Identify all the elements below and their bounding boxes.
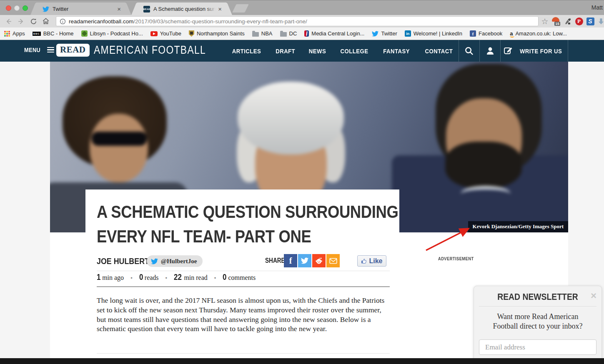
libsyn-icon bbox=[81, 30, 88, 37]
meta-dot: • bbox=[130, 275, 133, 281]
crest-icon bbox=[189, 30, 194, 37]
author-twitter-handle[interactable]: @HulbertJoe bbox=[147, 255, 203, 267]
twitter-favicon-icon bbox=[43, 6, 49, 12]
meta-age-text: min ago bbox=[102, 274, 124, 282]
menu-button[interactable]: MENU bbox=[24, 46, 54, 53]
share-email-button[interactable] bbox=[326, 254, 340, 267]
twitter-icon bbox=[372, 30, 378, 37]
author-name: JOE HULBERT bbox=[97, 256, 149, 266]
reddit-icon bbox=[315, 257, 323, 265]
s-extension-icon[interactable]: S bbox=[586, 17, 595, 26]
divider bbox=[97, 271, 390, 271]
meta-comments-num: 0 bbox=[223, 272, 226, 282]
browser-profile-name: Matt bbox=[591, 4, 603, 11]
user-icon bbox=[485, 46, 495, 56]
read-favicon-icon: READ bbox=[143, 6, 150, 12]
site-logo[interactable]: READ AMERICAN FOOTBALL bbox=[56, 44, 226, 57]
minimize-window-button[interactable] bbox=[14, 5, 20, 11]
meta-age-num: 1 bbox=[97, 272, 100, 282]
facebook-like-button[interactable]: Like bbox=[357, 255, 386, 267]
tab-title: Twitter bbox=[53, 6, 115, 12]
linkedin-icon: in bbox=[405, 30, 411, 37]
new-tab-button[interactable] bbox=[232, 4, 249, 12]
nav-articles[interactable]: ARTICLES bbox=[232, 47, 261, 55]
bookmark-libsyn[interactable]: Libsyn - Podcast Ho... bbox=[81, 30, 143, 37]
share-facebook-button[interactable]: f bbox=[284, 254, 297, 267]
nav-news[interactable]: NEWS bbox=[309, 47, 326, 55]
bookmark-folder-nba[interactable]: NBA bbox=[252, 30, 273, 37]
gauge-icon bbox=[552, 17, 559, 22]
newsletter-email-input[interactable] bbox=[479, 339, 596, 355]
site-header: MENU READ AMERICAN FOOTBALL ARTICLES DRA… bbox=[0, 40, 604, 62]
write-for-us-button[interactable]: WRITE FOR US bbox=[500, 40, 568, 62]
bookmark-facebook[interactable]: f Facebook bbox=[470, 30, 502, 37]
photo-credit: Kevork Djansezian/Getty Images Sport bbox=[468, 221, 568, 232]
eyedropper-extension-icon[interactable] bbox=[563, 17, 572, 26]
article-meta-row: 1 min ago • 0 reads • 22 min read • 0 co… bbox=[97, 272, 390, 282]
bookmark-youtube[interactable]: YouTube bbox=[150, 30, 181, 37]
home-icon bbox=[42, 17, 50, 25]
back-arrow-icon bbox=[5, 18, 12, 25]
bookmarks-bar: Apps BBC BBC - Home Libsyn - Podcast Ho.… bbox=[0, 27, 604, 40]
page-info-icon[interactable] bbox=[60, 18, 66, 25]
twitter-icon bbox=[151, 258, 158, 265]
zoom-window-button[interactable] bbox=[23, 5, 28, 11]
meta-reads-num: 0 bbox=[139, 272, 143, 282]
s-icon: S bbox=[586, 17, 594, 25]
search-button[interactable] bbox=[459, 40, 479, 62]
article-title-line1: A SCHEMATIC QUESTION SURROUNDING bbox=[97, 199, 398, 224]
forward-button[interactable] bbox=[16, 16, 26, 26]
download-arrow-icon bbox=[597, 17, 604, 25]
divider-dark bbox=[97, 287, 390, 287]
menu-label: MENU bbox=[24, 46, 40, 53]
meta-readtime-text: min read bbox=[184, 274, 207, 282]
feed-counter-extension-icon[interactable]: 15 bbox=[551, 17, 560, 26]
tab-close-icon[interactable]: × bbox=[117, 6, 121, 12]
bookmark-apps[interactable]: Apps bbox=[4, 30, 25, 37]
nav-college[interactable]: COLLEGE bbox=[341, 47, 368, 55]
thumbs-up-icon bbox=[361, 258, 367, 264]
nav-fantasy[interactable]: FANTASY bbox=[383, 47, 410, 55]
reload-icon bbox=[30, 18, 37, 25]
browser-toolbar: readamericanfootball.com/2017/09/03/sche… bbox=[0, 15, 604, 27]
nav-contact[interactable]: CONTACT bbox=[425, 47, 453, 55]
folder-icon bbox=[252, 32, 259, 37]
main-nav: ARTICLES DRAFT NEWS COLLEGE FANTASY CONT… bbox=[230, 40, 454, 62]
bookmark-folder-dc[interactable]: DC bbox=[280, 30, 297, 37]
reload-button[interactable] bbox=[28, 16, 38, 26]
newsletter-title: READ NEWSLETTER bbox=[497, 292, 578, 302]
bookmark-amazon[interactable]: a Amazon.co.uk: Low... bbox=[510, 30, 567, 37]
divider bbox=[479, 306, 596, 307]
newsletter-close-icon[interactable]: × bbox=[591, 291, 596, 301]
meta-dot: • bbox=[214, 275, 216, 281]
share-reddit-button[interactable] bbox=[312, 254, 326, 267]
address-bar[interactable]: readamericanfootball.com/2017/09/03/sche… bbox=[56, 16, 539, 26]
apps-grid-icon bbox=[4, 31, 10, 37]
bookmark-star-icon[interactable]: ☆ bbox=[540, 17, 549, 26]
extension-badge: 15 bbox=[554, 22, 560, 26]
download-extension-icon[interactable] bbox=[596, 17, 604, 26]
back-button[interactable] bbox=[3, 16, 13, 26]
facebook-icon: f bbox=[289, 256, 292, 266]
tab-close-icon[interactable]: × bbox=[218, 6, 222, 12]
twitter-icon bbox=[301, 257, 308, 264]
bookmark-northampton-saints[interactable]: Northampton Saints bbox=[189, 30, 245, 37]
url-domain: readamericanfootball.com bbox=[69, 18, 133, 25]
youtube-icon bbox=[150, 31, 158, 36]
nav-draft[interactable]: DRAFT bbox=[276, 47, 295, 55]
bookmark-linkedin[interactable]: in Welcome! | LinkedIn bbox=[405, 30, 462, 37]
tab-twitter[interactable]: Twitter × bbox=[37, 2, 125, 15]
share-twitter-button[interactable] bbox=[298, 254, 311, 267]
forward-arrow-icon bbox=[18, 18, 25, 25]
pinterest-extension-icon[interactable]: P bbox=[574, 17, 584, 26]
close-window-button[interactable] bbox=[6, 5, 11, 11]
bookmark-bbc[interactable]: BBC BBC - Home bbox=[33, 30, 74, 37]
bookmark-twitter[interactable]: Twitter bbox=[372, 30, 397, 37]
meta-dot: • bbox=[165, 275, 168, 281]
share-label: SHARE bbox=[265, 257, 285, 264]
home-button[interactable] bbox=[41, 16, 51, 26]
bookmark-media-central[interactable]: Media Central Login... bbox=[304, 30, 364, 37]
tab-article-active[interactable]: READ A Schematic question surroun × bbox=[138, 2, 226, 15]
account-button[interactable] bbox=[479, 40, 500, 62]
bbc-icon: BBC bbox=[33, 32, 41, 36]
